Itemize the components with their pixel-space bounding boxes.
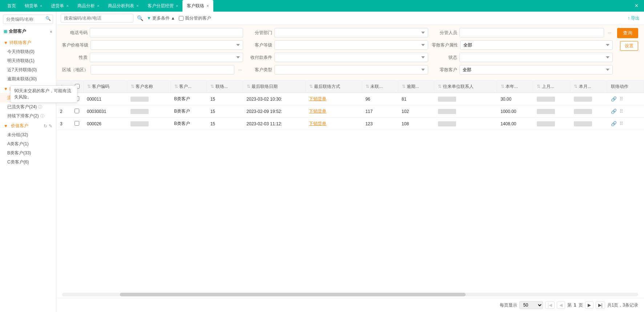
- sidebar-item-overdue[interactable]: 逾期未联络(30): [0, 74, 56, 84]
- page-size-select[interactable]: 50 100 200: [519, 301, 543, 309]
- tab-customer-tier[interactable]: 客户分层经营 ×: [143, 0, 182, 12]
- filter-more-btn[interactable]: ▼ 更多条件 ▲: [147, 15, 175, 21]
- filter-search-button[interactable]: 🔍: [137, 15, 143, 21]
- sidebar-item-b-class[interactable]: B类客户(33): [0, 149, 56, 158]
- sidebar-item-unsorted[interactable]: 未分组(32): [0, 130, 56, 139]
- next-page-btn[interactable]: ▶: [585, 301, 593, 309]
- row2-last-way[interactable]: 下销货单: [305, 105, 362, 118]
- sidebar-item-tomorrow[interactable]: 明天待联络(1): [0, 56, 56, 65]
- nature-select[interactable]: [90, 53, 243, 62]
- row2-link-icon[interactable]: 🔗: [611, 109, 617, 114]
- sidebar-item-week[interactable]: 近7天待联络(0): [0, 65, 56, 74]
- th-no-contact: ⇅ 未联...: [362, 81, 398, 93]
- chevron-up-icon: ▲: [171, 16, 175, 21]
- pending-arrow-icon: ▼: [4, 40, 8, 45]
- horizontal-scrollbar[interactable]: [62, 293, 638, 296]
- tab-close-purchase[interactable]: ×: [66, 4, 68, 8]
- row3-code: 000026: [83, 118, 127, 130]
- filter-row-3: 性质 收付款条件 状态: [62, 53, 613, 62]
- filter-row-2: 客户价格等级 客户等级 零散客户属性 全部: [62, 40, 613, 50]
- payment-select[interactable]: [274, 53, 428, 62]
- filter-row-1: 电话号码 分管部门 分管人员 ···: [62, 28, 613, 37]
- tab-customer-link[interactable]: 客户联络 ×: [182, 0, 213, 12]
- price-level-select[interactable]: [90, 40, 243, 50]
- phone-input[interactable]: [90, 28, 243, 37]
- tab-analysis[interactable]: 商品分析 ×: [73, 0, 104, 12]
- sidebar-item-churned[interactable]: 已流失客户(24) ⓘ: [0, 102, 56, 112]
- sidebar-group-pending[interactable]: ▼ 待联络客户: [0, 37, 56, 47]
- sort-icon: ⇅: [537, 84, 540, 89]
- tab-close-analysis-list[interactable]: ×: [136, 4, 138, 8]
- my-customers-checkbox[interactable]: [179, 16, 184, 21]
- sidebar-item-a-class[interactable]: A类客户(1): [0, 139, 56, 149]
- sidebar-item-c-class[interactable]: C类客户(6): [0, 158, 56, 167]
- tab-analysis-list[interactable]: 商品分析列表 ×: [104, 0, 143, 12]
- row1-this-month: [570, 93, 607, 105]
- row3-last-way[interactable]: 下销货单: [305, 118, 362, 130]
- row2-code: 00030031: [83, 105, 127, 118]
- tab-sales[interactable]: 销货单 ×: [20, 0, 47, 12]
- filter-phone: 电话号码: [62, 28, 243, 37]
- row1-last-date: 2023-03-02 10:30:: [243, 93, 305, 105]
- retail-customer-select[interactable]: 全部: [459, 65, 613, 74]
- th-overdue: ⇅ 逾期...: [398, 81, 434, 93]
- sidebar-item-today[interactable]: 今天待联络(0): [0, 47, 56, 56]
- last-page-btn[interactable]: ▶|: [596, 301, 605, 309]
- first-page-btn[interactable]: |◀: [545, 301, 555, 309]
- retail-attr-select[interactable]: 全部: [460, 40, 613, 50]
- row3-this-year: 1408.00: [497, 118, 533, 130]
- tab-close-analysis[interactable]: ×: [97, 4, 99, 8]
- row3-last-date: 2023-02-03 11:12:: [243, 118, 305, 130]
- th-action: 联络动作: [607, 81, 644, 93]
- customer-level-select[interactable]: [274, 40, 428, 50]
- sidebar-collapse-icon[interactable]: «: [50, 29, 52, 34]
- scrollbar-thumb[interactable]: [120, 293, 466, 296]
- row1-more-icon[interactable]: ⠿: [620, 96, 623, 102]
- region-input[interactable]: [90, 65, 234, 74]
- tab-close-sales[interactable]: ×: [40, 4, 42, 8]
- row1-last-way[interactable]: 下销货单: [305, 93, 362, 105]
- dept-select[interactable]: [274, 28, 428, 37]
- my-customers-checkbox-label[interactable]: 我分管的客户: [179, 15, 211, 21]
- filter-retail-attr: 零散客户属性 全部: [432, 40, 613, 50]
- th-last-date: ⇅ 最后联络日期: [243, 81, 305, 93]
- row1-action-icons: 🔗 ⠿: [611, 96, 640, 102]
- sort-icon: ⇅: [87, 84, 91, 89]
- row2-more-icon[interactable]: ⠿: [620, 109, 623, 114]
- sort-icon: ⇅: [501, 84, 504, 89]
- window-close-button[interactable]: ×: [632, 3, 641, 9]
- manager-dots[interactable]: ···: [606, 30, 613, 35]
- region-dots[interactable]: ···: [237, 67, 243, 72]
- filter-search-input[interactable]: [61, 14, 133, 23]
- tab-purchase[interactable]: 进货单 ×: [47, 0, 73, 12]
- status-label: 状态: [432, 54, 457, 61]
- row1-link-icon[interactable]: 🔗: [611, 96, 617, 102]
- page-suffix: 页: [579, 302, 583, 308]
- sort-icon: ⇅: [574, 84, 577, 89]
- tab-close-customer-tier[interactable]: ×: [176, 4, 178, 8]
- value-refresh-icon[interactable]: ↻: [44, 123, 47, 129]
- row2-select[interactable]: [75, 109, 79, 113]
- th-contact-person: ⇅ 往来单位联系人: [434, 81, 497, 93]
- sidebar-all-customers[interactable]: ⊞ 全部客户 «: [0, 25, 56, 37]
- export-button[interactable]: ↑ 导出: [628, 15, 640, 21]
- tab-close-customer-link[interactable]: ×: [206, 4, 209, 8]
- row3-link-icon[interactable]: 🔗: [611, 121, 617, 126]
- filter-bar: 🔍 ▼ 更多条件 ▲ 我分管的客户 ↑ 导出: [56, 12, 644, 25]
- customer-type-select[interactable]: [274, 65, 428, 74]
- query-button[interactable]: 查询: [617, 28, 638, 38]
- sidebar-group-value[interactable]: ▼ 价值客户 ↻ ✎: [0, 121, 56, 130]
- row3-select[interactable]: [75, 121, 79, 126]
- status-select[interactable]: [459, 53, 613, 62]
- tab-home[interactable]: 首页: [3, 0, 20, 12]
- value-edit-icon[interactable]: ✎: [49, 123, 52, 129]
- sort-icon: ⇅: [131, 84, 134, 89]
- sort-icon: ⇅: [247, 84, 250, 89]
- content-area: 🔍 ▼ 更多条件 ▲ 我分管的客户 ↑ 导出: [56, 12, 644, 312]
- prev-page-btn[interactable]: ◀: [557, 301, 565, 309]
- manager-input[interactable]: [459, 28, 604, 37]
- row3-more-icon[interactable]: ⠿: [620, 121, 623, 126]
- row2-last-date: 2023-02-09 19:52:: [243, 105, 305, 118]
- settings-button[interactable]: 设置: [620, 41, 638, 51]
- sidebar-item-declining[interactable]: 持续下滑客户(2) ⓘ: [0, 112, 56, 121]
